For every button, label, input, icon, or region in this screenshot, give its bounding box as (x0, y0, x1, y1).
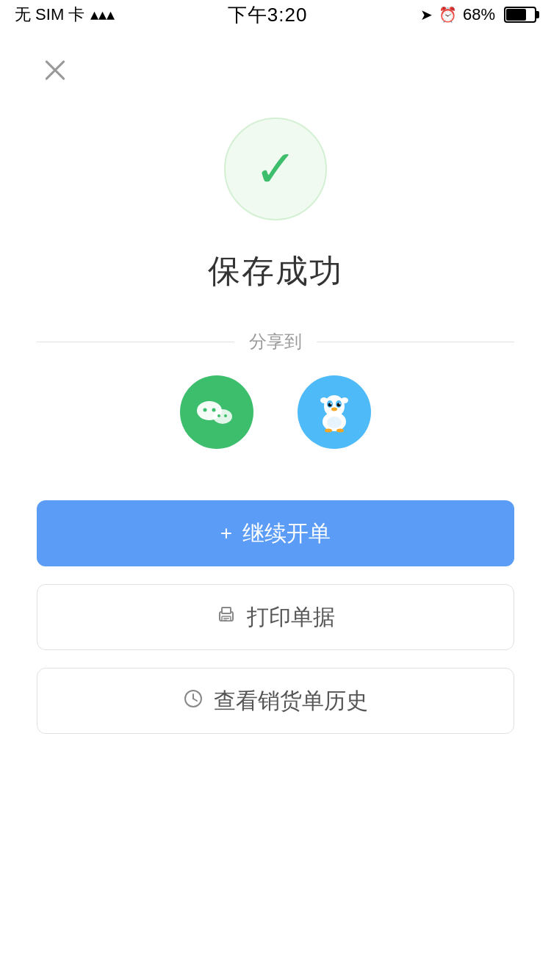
view-history-button[interactable]: 查看销货单历史 (37, 668, 514, 734)
print-button[interactable]: 打印单据 (37, 584, 514, 650)
wechat-svg-icon (193, 389, 240, 436)
share-icons-row (180, 375, 371, 449)
status-time: 下午3:20 (228, 2, 308, 28)
svg-point-9 (331, 403, 332, 405)
svg-point-15 (327, 417, 342, 428)
svg-rect-24 (223, 619, 227, 621)
actions-section: + 继续开单 打印单据 (37, 500, 514, 734)
wifi-icon: ▴▴▴ (90, 5, 115, 24)
battery-icon (504, 7, 536, 23)
print-icon (216, 605, 237, 630)
main-content: ✓ 保存成功 分享到 (0, 88, 551, 980)
share-divider-row: 分享到 (37, 330, 514, 353)
continue-order-label: 继续开单 (242, 519, 331, 549)
save-success-title: 保存成功 (208, 250, 343, 293)
svg-point-13 (331, 408, 337, 411)
close-button[interactable] (37, 51, 73, 88)
status-bar: 无 SIM 卡 ▴▴▴ 下午3:20 ➤ ⏰ 68% (0, 0, 551, 29)
qq-svg-icon (312, 390, 356, 434)
svg-rect-23 (223, 618, 229, 619)
share-section: 分享到 (37, 330, 514, 449)
carrier-text: 无 SIM 卡 (15, 4, 84, 26)
checkmark-icon: ✓ (254, 143, 298, 195)
svg-line-27 (193, 699, 197, 701)
location-icon: ➤ (420, 6, 433, 24)
svg-point-19 (341, 397, 348, 403)
svg-point-5 (224, 414, 227, 417)
status-right: ➤ ⏰ 68% (420, 5, 536, 24)
divider-right (317, 342, 514, 342)
svg-point-16 (325, 429, 332, 433)
continue-order-button[interactable]: + 继续开单 (37, 500, 514, 566)
status-carrier: 无 SIM 卡 ▴▴▴ (15, 4, 115, 26)
alarm-icon: ⏰ (439, 6, 457, 24)
svg-point-18 (320, 397, 328, 403)
wechat-share-button[interactable] (180, 375, 253, 449)
svg-point-3 (212, 408, 216, 412)
share-label: 分享到 (249, 330, 302, 353)
plus-icon: + (220, 522, 232, 545)
divider-left (37, 342, 234, 342)
svg-point-1 (213, 409, 232, 424)
print-label: 打印单据 (247, 602, 335, 633)
svg-point-2 (204, 408, 207, 412)
qq-share-button[interactable] (298, 375, 371, 449)
battery-text: 68% (463, 5, 495, 24)
history-label: 查看销货单历史 (214, 686, 368, 716)
svg-point-12 (339, 403, 341, 405)
svg-rect-21 (222, 608, 231, 613)
success-icon-circle: ✓ (224, 118, 327, 220)
svg-point-17 (336, 429, 344, 433)
history-icon (183, 688, 204, 714)
svg-point-4 (217, 414, 220, 417)
